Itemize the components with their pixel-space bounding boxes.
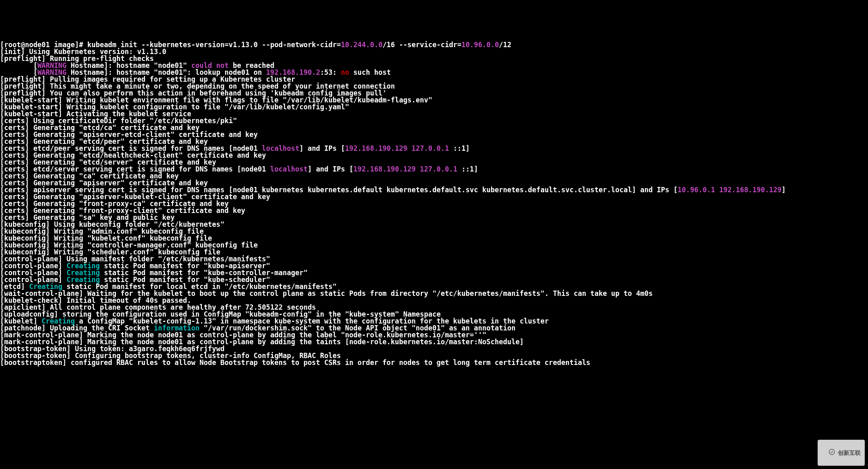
ip-address: 10.96.0.1	[678, 186, 715, 194]
ip-address: 192.168.190.129	[345, 144, 408, 152]
hostname: localhost	[262, 144, 299, 152]
log-line: [bootstraptoken] configured RBAC rules t…	[0, 358, 590, 367]
ip-address: 192.168.190.129	[719, 186, 782, 194]
terminal-output: [root@node01 image]# kubeadm init --kube…	[0, 35, 868, 366]
ip-address: 127.0.0.1	[411, 144, 449, 152]
service-cidr: 10.96.0.0	[461, 41, 499, 49]
pod-cidr: 10.244.0.0	[341, 41, 382, 49]
hostname: localhost	[270, 165, 307, 173]
ip-address: 192.168.190.129	[353, 165, 416, 173]
ip-address: 127.0.0.1	[420, 165, 457, 173]
